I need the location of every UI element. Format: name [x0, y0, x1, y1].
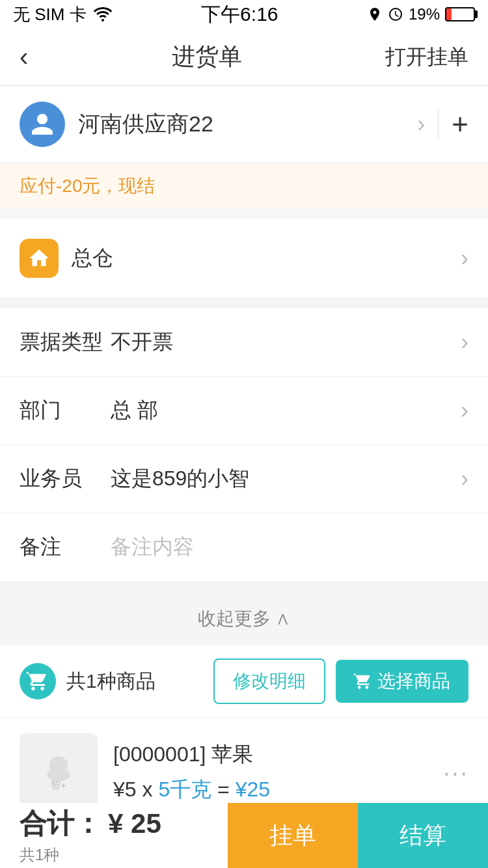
product-more-button[interactable]: ···: [443, 758, 468, 787]
salesperson-row[interactable]: 业务员 这是859的小智 ›: [0, 445, 488, 513]
products-header: 共1种商品 修改明细 选择商品: [0, 645, 488, 718]
product-thumbnail: 智+: [20, 733, 98, 811]
supplier-section: 河南供应商22 › + 应付-20元，现结: [0, 86, 488, 209]
supplier-row: 河南供应商22 › +: [0, 86, 488, 163]
select-product-button[interactable]: 选择商品: [336, 660, 468, 703]
warehouse-chevron-icon: ›: [461, 245, 468, 272]
invoice-type-row[interactable]: 票据类型 不开票 ›: [0, 308, 488, 377]
status-carrier: 无 SIM 卡: [13, 3, 113, 26]
add-supplier-button[interactable]: +: [452, 108, 468, 141]
warehouse-icon: [20, 239, 59, 278]
remark-label: 备注: [20, 533, 111, 562]
department-row[interactable]: 部门 总 部 ›: [0, 377, 488, 445]
svg-text:智+: 智+: [51, 780, 66, 791]
hang-button[interactable]: 挂单: [228, 803, 358, 868]
wifi-icon: [93, 7, 113, 21]
alert-banner: 应付-20元，现结: [0, 163, 488, 209]
vertical-divider: [438, 108, 439, 141]
home-icon: [27, 247, 51, 270]
status-bar: 无 SIM 卡 下午6:16 19%: [0, 0, 488, 29]
cart-icon: [27, 670, 49, 692]
product-info: [0000001] 苹果 ¥5 x 5千克 = ¥25: [113, 740, 443, 804]
alarm-icon: [388, 7, 403, 22]
supplier-name[interactable]: 河南供应商22: [78, 109, 417, 139]
invoice-type-label: 票据类型: [20, 328, 111, 357]
department-label: 部门: [20, 396, 111, 425]
user-icon: [29, 111, 55, 137]
total-area: 合计： ¥ 25 共1种: [0, 803, 228, 868]
status-right: 19%: [367, 5, 475, 23]
page-title: 进货单: [172, 41, 242, 73]
product-price: ¥5 x 5千克 = ¥25: [113, 776, 443, 804]
salesperson-value: 这是859的小智: [111, 465, 461, 493]
checkout-button[interactable]: 结算: [358, 803, 488, 868]
department-value: 总 部: [111, 396, 461, 425]
total-count: 共1种: [20, 845, 208, 865]
bottom-bar: 合计： ¥ 25 共1种 挂单 结算: [0, 803, 488, 868]
select-product-icon: [354, 672, 372, 690]
back-button[interactable]: ‹: [20, 42, 28, 72]
status-time: 下午6:16: [201, 1, 278, 28]
product-image-icon: 智+: [36, 750, 81, 795]
location-icon: [367, 7, 383, 22]
open-hang-button[interactable]: 打开挂单: [385, 43, 468, 72]
collapse-toggle[interactable]: 收起更多 ∧: [0, 592, 488, 645]
remark-input[interactable]: 备注内容: [111, 533, 468, 562]
edit-detail-button[interactable]: 修改明细: [213, 658, 325, 704]
battery-icon: [445, 7, 475, 21]
product-count-icon: [20, 663, 56, 699]
salesperson-label: 业务员: [20, 465, 111, 493]
warehouse-row[interactable]: 总仓 ›: [0, 219, 488, 298]
total-amount: 合计： ¥ 25: [20, 806, 208, 842]
invoice-type-value: 不开票: [111, 328, 461, 357]
supplier-chevron-icon: ›: [417, 111, 425, 138]
warehouse-section: 总仓 ›: [0, 219, 488, 298]
product-name: [0000001] 苹果: [113, 740, 443, 769]
salesperson-chevron-icon: ›: [461, 465, 468, 493]
warehouse-label: 总仓: [72, 244, 461, 273]
fields-section: 票据类型 不开票 › 部门 总 部 › 业务员 这是859的小智 › 备注 备注…: [0, 308, 488, 582]
supplier-avatar: [20, 102, 65, 147]
product-count-text: 共1种商品: [66, 668, 213, 695]
department-chevron-icon: ›: [461, 397, 468, 424]
invoice-type-chevron-icon: ›: [461, 329, 468, 356]
remark-row[interactable]: 备注 备注内容: [0, 513, 488, 582]
products-section: 共1种商品 修改明细 选择商品 智+ [0000001] 苹果 ¥5 x: [0, 645, 488, 828]
nav-bar: ‹ 进货单 打开挂单: [0, 29, 488, 86]
